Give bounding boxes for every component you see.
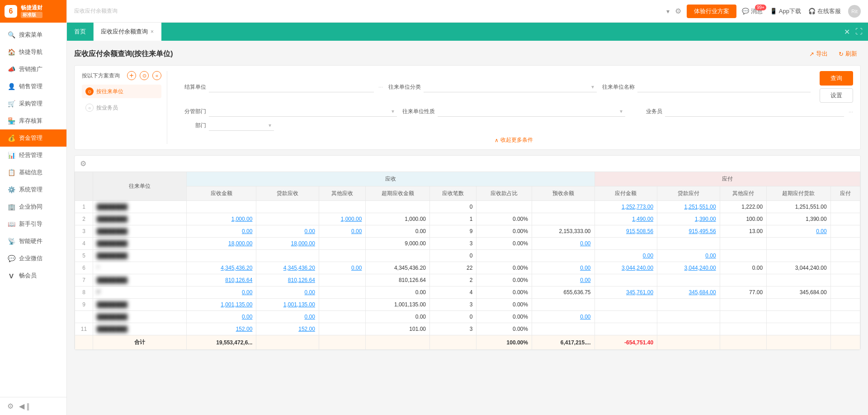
add-filter-button[interactable]: + [127, 71, 136, 80]
table-gear-icon[interactable]: ⚙ [80, 159, 86, 168]
marketing-icon: 📣 [7, 66, 15, 73]
filter-by-partner-btn[interactable]: ⊙ 按往来单位 [82, 85, 161, 98]
settlement-unit-dots[interactable]: ··· [378, 84, 383, 90]
search-menu-icon: 🔍 [7, 31, 15, 38]
guide-icon: 📖 [7, 220, 15, 228]
cell-overdue-ap: 1,390.00 [767, 213, 831, 225]
user-avatar[interactable]: Rit [848, 5, 861, 18]
department-select[interactable]: ▾ [209, 120, 274, 131]
download-icon: 📱 [770, 8, 777, 14]
online-service-button[interactable]: 🎧 在线客服 [808, 7, 841, 15]
salesperson-filter-icon: ○ [85, 104, 94, 112]
chevron-down-icon[interactable]: ▾ [666, 8, 670, 15]
partner-category-select[interactable]: ▾ [424, 82, 597, 92]
promo-button[interactable]: 体验行业方案 [687, 5, 736, 18]
table-row: 3 ████████ 0.00 0.00 0.00 0.00 9 0.00% 2… [75, 225, 860, 238]
sidebar-item-operations[interactable]: 📊 经营管理 [0, 147, 66, 164]
salesperson-input[interactable] [665, 106, 844, 117]
cell-ar-ratio: 0.00% [476, 286, 532, 299]
tab-close-icon[interactable]: × [151, 29, 154, 35]
cell-ar-ratio: 0.00% [476, 311, 532, 323]
col-other-ap: 其他应付 [720, 186, 766, 201]
sidebar-item-quick-nav[interactable]: 🏠 快捷导航 [0, 43, 66, 61]
notifications-button[interactable]: 💬 消息 99+ [742, 7, 763, 15]
tab-ar-balance[interactable]: 应收应付余额查询 × [94, 23, 161, 41]
cell-ar-amount: 0.00 [186, 225, 256, 238]
cell-ap-amount: 915,508.56 [594, 225, 657, 238]
sidebar-item-smart-hw[interactable]: 📡 智能硬件 [0, 233, 66, 250]
sidebar-item-vip[interactable]: V 畅会员 [0, 267, 66, 284]
filter-field-partner-nature: 往来单位性质 ▾ [402, 106, 625, 117]
table-group-header-row: 往来单位 应收 应付 [75, 172, 860, 186]
cell-ap-amount: 3,044,240.00 [594, 262, 657, 274]
data-table: 往来单位 应收 应付 应收金额 贷款应收 其他应收 超期应收金额 应收笔数 应收… [75, 172, 860, 350]
col-group-ar: 应收 [186, 172, 594, 186]
refresh-icon: ↻ [839, 51, 844, 57]
export-button[interactable]: ↗ 导出 [806, 48, 831, 60]
managing-dept-select[interactable]: ▾ [209, 106, 397, 117]
sidebar-item-enterprise-collab[interactable]: 🏢 企业协同 [0, 198, 66, 215]
tab-home-label: 首页 [74, 28, 86, 36]
settlement-unit-label: 结算单位 [175, 83, 206, 91]
settings-button[interactable]: 设置 [820, 88, 853, 103]
cell-ap-amount [594, 311, 657, 323]
basic-info-icon: 📋 [7, 169, 15, 176]
sidebar-collapse-icon[interactable]: ◀ ‖ [19, 402, 30, 410]
sidebar-item-label: 库存核算 [19, 117, 42, 125]
cell-prepaid: 0.00 [532, 311, 594, 323]
cell-partner: ████████ [93, 323, 187, 335]
salesperson-label: 业务员 [631, 108, 662, 115]
system-icon: ⚙️ [7, 186, 15, 193]
tab-maximize-icon[interactable]: ⛶ [855, 28, 863, 36]
purchase-icon: 🛒 [7, 100, 15, 107]
cell-overdue-ap [767, 274, 831, 286]
sidebar-item-finance[interactable]: 💰 资金管理 [0, 129, 66, 147]
refresh-button[interactable]: ↻ 刷新 [835, 48, 861, 60]
tab-home[interactable]: 首页 [67, 23, 94, 41]
cell-ar-amount: 0.00 [186, 286, 256, 299]
filter-by-salesperson-btn[interactable]: ○ 按业务员 [82, 101, 161, 114]
col-prepaid: 预收余额 [532, 186, 594, 201]
sidebar-item-search-menu[interactable]: 🔍 搜索菜单 [0, 26, 66, 43]
sidebar-item-marketing[interactable]: 📣 营销推广 [0, 61, 66, 78]
table-footer-row: 合计 19,553,472,6... 100.00% 6,417,215....… [75, 335, 860, 350]
cell-ar-count: 3 [429, 238, 476, 250]
sidebar-settings-icon[interactable]: ⚙ [7, 402, 14, 410]
edit-filter-button[interactable]: ⊙ [140, 71, 149, 80]
collapse-filter-button[interactable]: « [152, 71, 161, 80]
chevron-down-icon: ▾ [269, 122, 271, 129]
sidebar-item-system[interactable]: ⚙️ 系统管理 [0, 181, 66, 198]
sidebar-item-sales[interactable]: 👤 销售管理 [0, 78, 66, 95]
cell-other-ap [720, 250, 766, 262]
cell-ar-count: 3 [429, 323, 476, 335]
cell-overdue-ar: 101.00 [366, 323, 430, 335]
sidebar-item-inventory[interactable]: 🏪 库存核算 [0, 112, 66, 129]
cell-loan-ar: 1,001,135.00 [256, 299, 319, 311]
cell-ar-count: 0 [429, 311, 476, 323]
partner-nature-select[interactable]: ▾ [438, 106, 625, 117]
collapse-more-conditions-button[interactable]: ∧ 收起更多条件 [175, 134, 853, 144]
salesperson-dots[interactable]: ··· [849, 109, 853, 115]
sidebar-item-guide[interactable]: 📖 新手引导 [0, 215, 66, 233]
cell-ar-amount: 4,345,436.20 [186, 262, 256, 274]
settlement-unit-input[interactable] [209, 82, 374, 92]
query-button[interactable]: 查询 [820, 71, 853, 86]
partner-name-input[interactable] [637, 82, 811, 92]
table-row: 8 P 0.00 0.00 0.00 4 0.00% 655,636.75 34… [75, 286, 860, 299]
cell-other-ar [319, 238, 365, 250]
sidebar-item-enterprise-wechat[interactable]: 💬 企业微信 [0, 250, 66, 267]
cell-overdue-ap: 345,684.00 [767, 286, 831, 299]
col-ap-amount: 应付金额 [594, 186, 657, 201]
cell-no: 1 [75, 201, 93, 213]
tab-close-window-icon[interactable]: ✕ [844, 28, 850, 36]
gear-icon[interactable]: ⚙ [675, 7, 681, 15]
cell-ar-ratio: 0.00% [476, 323, 532, 335]
filter-field-salesperson: 业务员 ··· [631, 106, 853, 117]
sidebar-item-purchase[interactable]: 🛒 采购管理 [0, 95, 66, 112]
chevron-down-icon: ▾ [591, 84, 594, 90]
app-download-button[interactable]: 📱 App下载 [770, 7, 801, 15]
cell-loan-ap: 1,390.00 [657, 213, 720, 225]
notification-badge: 99+ [755, 5, 766, 10]
sidebar-item-basic-info[interactable]: 📋 基础信息 [0, 164, 66, 181]
cell-other-ap [720, 311, 766, 323]
